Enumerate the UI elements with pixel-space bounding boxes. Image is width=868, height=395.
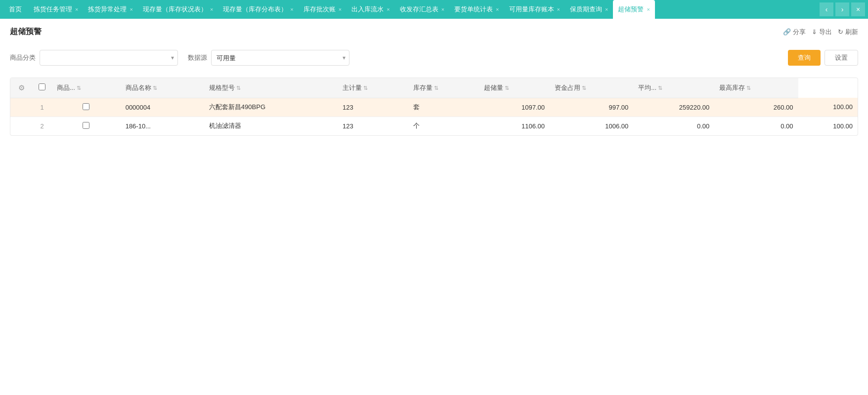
row-checkbox[interactable] <box>83 122 89 129</box>
table-header-row: ⚙ 商品...⇅ 商品名称⇅ 规格型号⇅ 主计量⇅ <box>10 78 858 98</box>
row-check-cell[interactable] <box>52 98 121 117</box>
row-over: 1006.00 <box>550 117 633 135</box>
nav-arrows: ‹ › × <box>819 2 866 16</box>
nav-item-yaohuodan[interactable]: 要货单统计表 × <box>449 0 504 19</box>
share-action[interactable]: 🔗 分享 <box>783 28 806 37</box>
row-spec: 123 <box>338 117 408 135</box>
page-header: 超储预警 🔗 分享 ⇓ 导出 ↻ 刷新 <box>10 27 858 37</box>
row-num-cell: 2 <box>32 117 52 135</box>
nav-next-button[interactable]: › <box>835 2 849 16</box>
nav-more-button[interactable]: × <box>851 2 865 16</box>
nav-item-churuku[interactable]: 出入库流水 × <box>347 0 394 19</box>
sort-icon: ⇅ <box>505 85 509 91</box>
filter-actions: 查询 设置 <box>788 50 858 66</box>
col-header-max-stock[interactable]: 最高库存⇅ <box>714 78 798 98</box>
datasource-select[interactable]: 可用量 <box>211 50 349 66</box>
export-icon: ⇓ <box>812 28 817 36</box>
nav-prev-button[interactable]: ‹ <box>820 2 833 16</box>
filter-row: 商品分类 数据源 可用量 查询 设置 <box>10 45 858 71</box>
col-header-product-code[interactable]: 商品...⇅ <box>52 78 121 98</box>
nav-close-icon[interactable]: × <box>441 6 444 12</box>
sort-icon: ⇅ <box>658 85 662 91</box>
header-actions: 🔗 分享 ⇓ 导出 ↻ 刷新 <box>783 28 858 37</box>
row-avg: 0.00 <box>714 117 798 135</box>
datasource-filter-group: 数据源 可用量 <box>188 50 349 66</box>
nav-close-icon[interactable]: × <box>130 6 132 12</box>
col-header-spec[interactable]: 规格型号⇅ <box>204 78 338 98</box>
col-header-avg[interactable]: 平均...⇅ <box>633 78 714 98</box>
nav-close-icon[interactable]: × <box>647 6 650 12</box>
col-header-gear[interactable]: ⚙ <box>10 78 32 98</box>
nav-close-icon[interactable]: × <box>210 6 213 12</box>
col-header-capital[interactable]: 资金占用⇅ <box>550 78 633 98</box>
row-stock: 1106.00 <box>479 117 550 135</box>
nav-item-jianhuorenwu[interactable]: 拣货任务管理 × <box>29 0 83 19</box>
row-unit: 个 <box>408 117 479 135</box>
nav-close-icon[interactable]: × <box>387 6 390 12</box>
nav-item-xiancunliang-dist[interactable]: 现存量（库存分布表） × <box>218 0 298 19</box>
export-action[interactable]: ⇓ 导出 <box>812 28 832 37</box>
category-select[interactable] <box>40 50 178 66</box>
row-gear-cell <box>10 117 32 135</box>
col-header-product-name[interactable]: 商品名称⇅ <box>121 78 204 98</box>
data-table-wrap: ⚙ 商品...⇅ 商品名称⇅ 规格型号⇅ 主计量⇅ <box>10 78 858 136</box>
category-select-wrap <box>40 50 178 66</box>
page-title: 超储预警 <box>10 27 42 37</box>
data-table: ⚙ 商品...⇅ 商品名称⇅ 规格型号⇅ 主计量⇅ <box>10 78 858 135</box>
settings-button[interactable]: 设置 <box>825 50 858 66</box>
col-header-unit[interactable]: 主计量⇅ <box>338 78 408 98</box>
row-product-name: 六配套新昌490BPG <box>204 98 338 117</box>
nav-close-icon[interactable]: × <box>605 6 608 12</box>
nav-item-xiancunliang-status[interactable]: 现存量（库存状况表） × <box>138 0 218 19</box>
nav-item-keyongliang[interactable]: 可用量库存账本 × <box>504 0 565 19</box>
row-max-stock: 100.00 <box>798 98 858 117</box>
sort-icon: ⇅ <box>746 85 751 91</box>
gear-icon[interactable]: ⚙ <box>18 83 25 92</box>
col-header-over[interactable]: 超储量⇅ <box>479 78 550 98</box>
row-max-stock: 100.00 <box>798 117 858 135</box>
row-avg: 260.00 <box>714 98 798 117</box>
nav-item-chaochuyujing[interactable]: 超储预警 × <box>613 0 654 19</box>
table-row: 2 186-10... 机油滤清器 123 个 1106.00 1006.00 … <box>10 117 858 135</box>
table-body: 1 0000004 六配套新昌490BPG 123 套 1097.00 997.… <box>10 98 858 135</box>
nav-item-kucun-pici[interactable]: 库存批次账 × <box>299 0 347 19</box>
page-content: 超储预警 🔗 分享 ⇓ 导出 ↻ 刷新 商品分类 <box>0 19 868 144</box>
datasource-select-wrap: 可用量 <box>211 50 349 66</box>
nav-close-icon[interactable]: × <box>290 6 293 12</box>
row-stock: 1097.00 <box>479 98 550 117</box>
nav-close-icon[interactable]: × <box>75 6 78 12</box>
sort-icon: ⇅ <box>77 85 81 91</box>
refresh-action[interactable]: ↻ 刷新 <box>838 28 858 37</box>
sort-icon: ⇅ <box>236 85 241 91</box>
row-checkbox[interactable] <box>83 103 89 110</box>
row-num-cell: 1 <box>32 98 52 117</box>
nav-close-icon[interactable]: × <box>339 6 342 12</box>
nav-home[interactable]: 首页 <box>2 5 29 14</box>
row-over: 997.00 <box>550 98 633 117</box>
query-button[interactable]: 查询 <box>788 50 821 66</box>
sort-icon: ⇅ <box>363 85 368 91</box>
top-nav: 首页 拣货任务管理 × 拣货异常处理 × 现存量（库存状况表） × 现存量（库存… <box>0 0 868 19</box>
nav-close-icon[interactable]: × <box>557 6 560 12</box>
row-product-code: 186-10... <box>121 117 204 135</box>
category-label: 商品分类 <box>10 53 36 62</box>
col-header-check[interactable] <box>32 78 52 98</box>
row-capital: 259220.00 <box>633 98 714 117</box>
sort-icon: ⇅ <box>153 85 157 91</box>
row-product-code: 0000004 <box>121 98 204 117</box>
nav-close-icon[interactable]: × <box>496 6 499 12</box>
refresh-icon: ↻ <box>838 28 843 36</box>
table-row: 1 0000004 六配套新昌490BPG 123 套 1097.00 997.… <box>10 98 858 117</box>
row-check-cell[interactable] <box>52 117 121 135</box>
row-capital: 0.00 <box>633 117 714 135</box>
col-header-stock[interactable]: 库存量⇅ <box>408 78 479 98</box>
select-all-checkbox[interactable] <box>39 83 45 90</box>
row-unit: 套 <box>408 98 479 117</box>
sort-icon: ⇅ <box>434 85 438 91</box>
nav-item-shoufacun[interactable]: 收发存汇总表 × <box>395 0 449 19</box>
nav-item-jianhuo-yichang[interactable]: 拣货异常处理 × <box>83 0 137 19</box>
share-icon: 🔗 <box>783 28 791 36</box>
nav-item-baozhi[interactable]: 保质期查询 × <box>565 0 613 19</box>
sort-icon: ⇅ <box>582 85 586 91</box>
category-filter-group: 商品分类 <box>10 50 178 66</box>
